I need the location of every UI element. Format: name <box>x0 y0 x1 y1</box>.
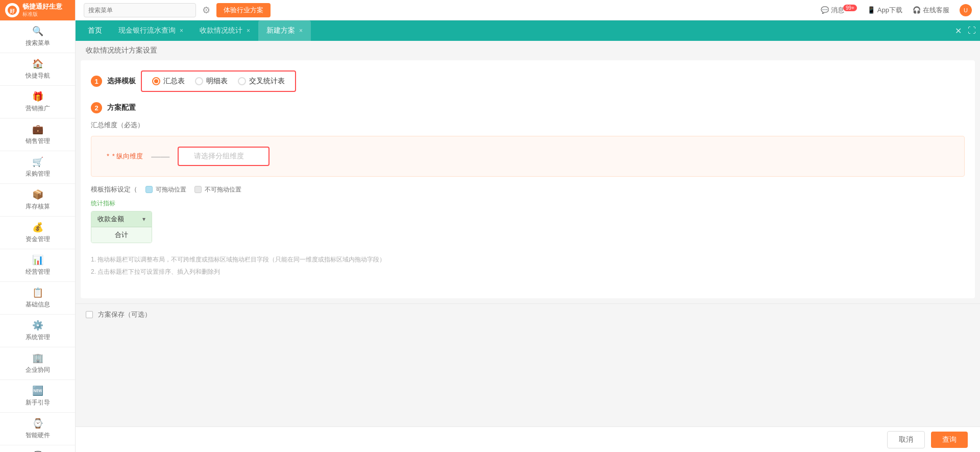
tab-close-icon[interactable]: ✕ <box>955 26 962 36</box>
download-icon: 📱 <box>867 6 875 14</box>
dimension-placeholder: 请选择分组维度 <box>194 152 244 160</box>
sidebar-item-label: 搜索菜单 <box>26 39 50 47</box>
tip-text-1: 1. 拖动标题栏可以调整布局，不可跨维度或指标区域拖动栏目字段（只能在同一维度或… <box>91 253 385 266</box>
sidebar-item-purchase[interactable]: 🛒 采购管理 <box>0 151 75 184</box>
tabs-right-controls: ✕ ⛶ <box>955 26 976 36</box>
tab-home-label: 首页 <box>88 26 102 35</box>
sidebar-item-guide[interactable]: 🆕 新手引导 <box>0 380 75 413</box>
sidebar-item-label: 营销推广 <box>26 104 50 113</box>
stat-label: 统计指标 <box>91 199 152 208</box>
step1-header: 1 选择模板 汇总表 明细表 <box>91 70 965 92</box>
step1-title: 选择模板 <box>107 77 136 86</box>
save-plan-checkbox[interactable] <box>86 311 93 318</box>
user-avatar[interactable]: U <box>960 4 972 16</box>
tip-line-2: 2. 点击标题栏下拉可设置排序、插入列和删除列 <box>91 266 965 278</box>
metrics-col-header[interactable]: 收款金额 ▾ <box>91 211 152 227</box>
sidebar-item-hardware[interactable]: ⌚ 智能硬件 <box>0 413 75 445</box>
sidebar-logo: 好 畅捷通好生意 标准版 <box>0 0 75 20</box>
tab-expand-icon[interactable]: ⛶ <box>968 26 976 36</box>
settings-icon[interactable]: ⚙ <box>202 5 210 16</box>
notification-badge: 99+ <box>843 5 857 11</box>
sidebar-item-marketing[interactable]: 🎁 营销推广 <box>0 86 75 118</box>
logo-text-area: 畅捷通好生意 标准版 <box>22 3 62 18</box>
legend-movable: 可拖动位置 <box>145 185 186 194</box>
step2-section: 2 方案配置 汇总维度（必选） * * 纵向维度 —— 请选择分组维度 <box>91 102 965 278</box>
vertical-dim-label: * * 纵向维度 <box>107 152 143 161</box>
sidebar-item-base-info[interactable]: 📋 基础信息 <box>0 282 75 315</box>
sidebar-item-sales[interactable]: 💼 销售管理 <box>0 118 75 151</box>
metrics-label: 模板指标设定（ <box>91 185 137 194</box>
support-icon: 🎧 <box>913 6 921 14</box>
step1-section: 1 选择模板 汇总表 明细表 <box>91 70 965 92</box>
radio-summary[interactable]: 汇总表 <box>152 77 185 86</box>
money-icon: 💰 <box>32 222 43 233</box>
step1-number: 1 <box>91 76 102 87</box>
breadcrumb-text: 收款情况统计方案设置 <box>86 46 157 54</box>
radio-detail[interactable]: 明细表 <box>195 77 228 86</box>
radio-summary-circle <box>152 77 160 85</box>
plan-config-area: 汇总维度（必选） * * 纵向维度 —— 请选择分组维度 <box>91 121 965 278</box>
sidebar-item-label: 基础信息 <box>26 300 50 309</box>
sidebar-item-label: 新手引导 <box>26 398 50 407</box>
industry-plan-button[interactable]: 体验行业方案 <box>216 3 271 17</box>
topbar: ⚙ 体验行业方案 💬 消息 99+ 📱 App下载 🎧 在线客服 U <box>76 0 980 20</box>
support-item[interactable]: 🎧 在线客服 <box>913 6 949 15</box>
sidebar-item-enterprise[interactable]: 🏢 企业协同 <box>0 347 75 380</box>
tip-line-1: 1. 拖动标题栏可以调整布局，不可跨维度或指标区域拖动栏目字段（只能在同一维度或… <box>91 253 965 266</box>
search-input[interactable] <box>84 3 196 17</box>
briefcase-icon: 💼 <box>32 124 43 135</box>
tab-new-plan[interactable]: 新建方案 × <box>258 20 311 41</box>
sidebar-item-label: 经营管理 <box>26 268 50 276</box>
radio-cross[interactable]: 交叉统计表 <box>238 77 285 86</box>
notification-label: 消息 <box>831 6 844 15</box>
step2-title: 方案配置 <box>107 103 136 112</box>
tab-cashflow-close[interactable]: × <box>180 27 183 34</box>
template-radio-group: 汇总表 明细表 交叉统计表 <box>152 77 285 86</box>
fixed-legend-label: 不可拖动位置 <box>205 185 241 194</box>
metrics-header: 模板指标设定（ 可拖动位置 不可拖动位置 <box>91 185 965 194</box>
sidebar-item-search[interactable]: 🔍 搜索菜单 <box>0 20 75 53</box>
support-label: 在线客服 <box>923 6 949 15</box>
tab-new-plan-label: 新建方案 <box>266 26 295 35</box>
sidebar-item-label: 采购管理 <box>26 170 50 178</box>
sidebar-item-label: 系统管理 <box>26 333 50 342</box>
tab-collection-close[interactable]: × <box>247 27 250 34</box>
sidebar-item-system[interactable]: ⚙️ 系统管理 <box>0 315 75 347</box>
query-button[interactable]: 查询 <box>931 432 968 448</box>
cart-icon: 🛒 <box>32 156 43 168</box>
sidebar-item-inventory[interactable]: 📦 库存核算 <box>0 184 75 217</box>
sidebar-item-quick-nav[interactable]: 🏠 快捷导航 <box>0 53 75 86</box>
step2-number: 2 <box>91 102 102 113</box>
tab-home[interactable]: 首页 <box>80 20 110 41</box>
gear-icon: ⚙️ <box>32 320 43 331</box>
tip-text-2: 2. 点击标题栏下拉可设置排序、插入列和删除列 <box>91 266 220 278</box>
page-body: 1 选择模板 汇总表 明细表 <box>81 60 975 298</box>
arrow-icon: —— <box>151 151 169 162</box>
sidebar-item-operations[interactable]: 📊 经营管理 <box>0 249 75 282</box>
radio-cross-label: 交叉统计表 <box>249 77 285 86</box>
tab-collection[interactable]: 收款情况统计 × <box>191 20 258 41</box>
movable-legend-label: 可拖动位置 <box>156 185 186 194</box>
sidebar-item-finance[interactable]: 💰 资金管理 <box>0 217 75 249</box>
watch-icon: ⌚ <box>32 418 43 429</box>
notification-icon: 💬 <box>821 6 829 14</box>
metrics-config-area: 模板指标设定（ 可拖动位置 不可拖动位置 <box>91 185 965 243</box>
chart-icon: 📊 <box>32 254 43 266</box>
avatar-icon: U <box>960 4 972 16</box>
dimension-selector[interactable]: 请选择分组维度 <box>178 147 270 166</box>
sidebar-item-label: 快捷导航 <box>26 72 50 80</box>
topbar-right: 💬 消息 99+ 📱 App下载 🎧 在线客服 U <box>821 4 972 16</box>
tab-cashflow[interactable]: 现金银行流水查询 × <box>110 20 191 41</box>
tab-new-plan-close[interactable]: × <box>299 27 303 34</box>
sidebar-item-label: 销售管理 <box>26 137 50 146</box>
dimension-area: * * 纵向维度 —— 请选择分组维度 <box>91 136 965 177</box>
gift-icon: 🎁 <box>32 91 43 102</box>
sidebar-item-label: 企业协同 <box>26 366 50 374</box>
notification-item[interactable]: 💬 消息 99+ <box>821 6 857 15</box>
metrics-column: 收款金额 ▾ 合计 <box>91 211 152 243</box>
sidebar-item-wechat[interactable]: 💬 企业微信 <box>0 445 75 452</box>
search-icon: 🔍 <box>32 26 43 37</box>
cancel-button[interactable]: 取消 <box>887 431 925 448</box>
download-item[interactable]: 📱 App下载 <box>867 6 902 15</box>
main-area: ⚙ 体验行业方案 💬 消息 99+ 📱 App下载 🎧 在线客服 U 首页 <box>76 0 980 452</box>
